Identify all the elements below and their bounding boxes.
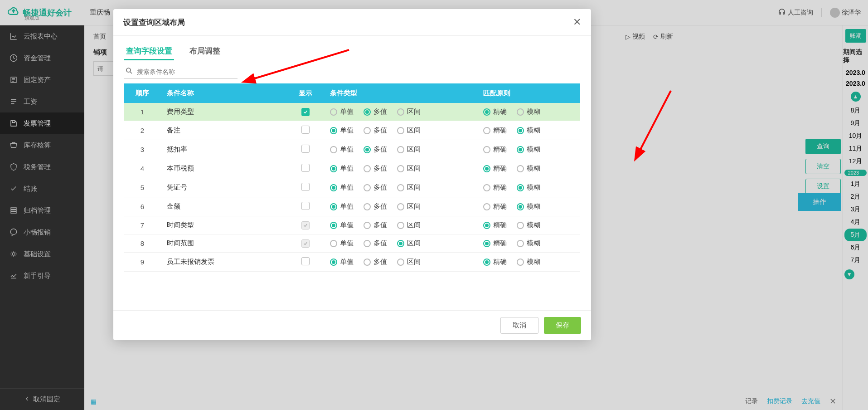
radio-type-多值[interactable]: 多值 xyxy=(364,221,387,229)
radio-type-多值[interactable]: 多值 xyxy=(364,145,387,154)
radio-match-精确[interactable]: 精确 xyxy=(483,202,507,211)
radio-dot-icon xyxy=(517,259,524,266)
search-input[interactable] xyxy=(137,68,237,75)
cell-order: 7 xyxy=(124,216,160,234)
radio-match-模糊[interactable]: 模糊 xyxy=(517,145,540,154)
radio-type-区间[interactable]: 区间 xyxy=(397,202,421,211)
radio-dot-icon xyxy=(364,184,371,191)
radio-match-模糊[interactable]: 模糊 xyxy=(517,202,540,211)
search-box[interactable] xyxy=(124,65,238,79)
radio-type-区间[interactable]: 区间 xyxy=(397,239,421,248)
radio-match-精确[interactable]: 精确 xyxy=(483,221,507,229)
radio-match-精确[interactable]: 精确 xyxy=(483,164,507,173)
radio-dot-icon xyxy=(330,146,337,153)
radio-type-多值[interactable]: 多值 xyxy=(364,126,387,135)
cell-order: 5 xyxy=(124,178,160,197)
radio-type-多值[interactable]: 多值 xyxy=(364,258,387,266)
radio-dot-icon xyxy=(483,108,490,116)
radio-dot-icon xyxy=(517,108,524,116)
radio-type-区间[interactable]: 区间 xyxy=(397,145,421,154)
modal-close-button[interactable]: ✕ xyxy=(573,16,581,28)
radio-type-单值[interactable]: 单值 xyxy=(330,221,354,229)
radio-label: 精确 xyxy=(493,164,507,173)
radio-match-精确[interactable]: 精确 xyxy=(483,145,507,154)
radio-match-精确[interactable]: 精确 xyxy=(483,183,507,192)
show-checkbox[interactable] xyxy=(301,145,310,153)
radio-type-区间[interactable]: 区间 xyxy=(397,107,421,116)
radio-dot-icon xyxy=(330,203,337,210)
radio-dot-icon xyxy=(483,127,490,134)
radio-match-模糊[interactable]: 模糊 xyxy=(517,126,540,135)
radio-match-模糊[interactable]: 模糊 xyxy=(517,221,540,229)
radio-label: 区间 xyxy=(407,258,421,266)
radio-match-模糊[interactable]: 模糊 xyxy=(517,183,540,192)
col-type: 条件类型 xyxy=(324,83,477,103)
radio-type-多值[interactable]: 多值 xyxy=(364,202,387,211)
radio-label: 多值 xyxy=(373,258,387,266)
show-checkbox[interactable] xyxy=(301,126,310,134)
radio-label: 单值 xyxy=(340,183,354,192)
col-order: 顺序 xyxy=(124,83,160,103)
radio-dot-icon xyxy=(517,165,524,172)
radio-type-区间[interactable]: 区间 xyxy=(397,164,421,173)
cell-order: 6 xyxy=(124,197,160,216)
radio-match-模糊[interactable]: 模糊 xyxy=(517,164,540,173)
svg-point-0 xyxy=(126,68,131,72)
radio-type-单值[interactable]: 单值 xyxy=(330,145,354,154)
radio-type-区间[interactable]: 区间 xyxy=(397,221,421,229)
radio-label: 精确 xyxy=(493,221,507,229)
cancel-button[interactable]: 取消 xyxy=(500,317,538,334)
radio-label: 多值 xyxy=(373,126,387,135)
radio-dot-icon xyxy=(397,146,404,153)
cell-order: 1 xyxy=(124,103,160,121)
cell-name: 凭证号 xyxy=(160,178,287,197)
radio-type-多值[interactable]: 多值 xyxy=(364,239,387,248)
radio-type-单值[interactable]: 单值 xyxy=(330,258,354,266)
show-checkbox[interactable] xyxy=(301,202,310,210)
radio-label: 单值 xyxy=(340,107,354,116)
radio-match-精确[interactable]: 精确 xyxy=(483,258,507,266)
radio-match-精确[interactable]: 精确 xyxy=(483,239,507,248)
radio-dot-icon xyxy=(483,146,490,153)
radio-dot-icon xyxy=(483,240,490,247)
radio-type-多值[interactable]: 多值 xyxy=(364,107,387,116)
radio-match-精确[interactable]: 精确 xyxy=(483,126,507,135)
table-row: 4本币税额单值多值区间精确模糊 xyxy=(124,159,580,178)
radio-type-单值[interactable]: 单值 xyxy=(330,164,354,173)
radio-type-单值[interactable]: 单值 xyxy=(330,107,354,116)
radio-match-模糊[interactable]: 模糊 xyxy=(517,258,540,266)
radio-match-模糊[interactable]: 模糊 xyxy=(517,239,540,248)
radio-dot-icon xyxy=(483,165,490,172)
radio-match-模糊[interactable]: 模糊 xyxy=(517,107,540,116)
radio-dot-icon xyxy=(330,184,337,191)
radio-type-多值[interactable]: 多值 xyxy=(364,183,387,192)
radio-type-单值[interactable]: 单值 xyxy=(330,239,354,248)
show-checkbox[interactable] xyxy=(301,164,310,172)
radio-dot-icon xyxy=(364,203,371,210)
show-checkbox[interactable] xyxy=(301,257,310,265)
radio-type-单值[interactable]: 单值 xyxy=(330,202,354,211)
save-button[interactable]: 保存 xyxy=(544,317,581,334)
radio-match-精确[interactable]: 精确 xyxy=(483,107,507,116)
show-checkbox xyxy=(301,239,310,248)
cell-name: 员工未报销发票 xyxy=(160,253,287,272)
radio-type-单值[interactable]: 单值 xyxy=(330,126,354,135)
show-checkbox[interactable] xyxy=(301,183,310,191)
radio-label: 多值 xyxy=(373,221,387,229)
table-row: 3抵扣率单值多值区间精确模糊 xyxy=(124,140,580,159)
radio-label: 模糊 xyxy=(527,107,540,116)
radio-label: 区间 xyxy=(407,126,421,135)
radio-type-区间[interactable]: 区间 xyxy=(397,183,421,192)
radio-dot-icon xyxy=(517,240,524,247)
table-row: 2备注单值多值区间精确模糊 xyxy=(124,121,580,140)
cell-name: 时间范围 xyxy=(160,234,287,253)
cell-order: 2 xyxy=(124,121,160,140)
radio-type-单值[interactable]: 单值 xyxy=(330,183,354,192)
radio-type-区间[interactable]: 区间 xyxy=(397,258,421,266)
tab-field-settings[interactable]: 查询字段设置 xyxy=(124,43,174,60)
radio-type-区间[interactable]: 区间 xyxy=(397,126,421,135)
radio-type-多值[interactable]: 多值 xyxy=(364,164,387,173)
show-checkbox[interactable] xyxy=(301,108,310,116)
modal-header: 设置查询区域布局 ✕ xyxy=(113,9,591,36)
tab-layout-adjust[interactable]: 布局调整 xyxy=(188,43,222,60)
